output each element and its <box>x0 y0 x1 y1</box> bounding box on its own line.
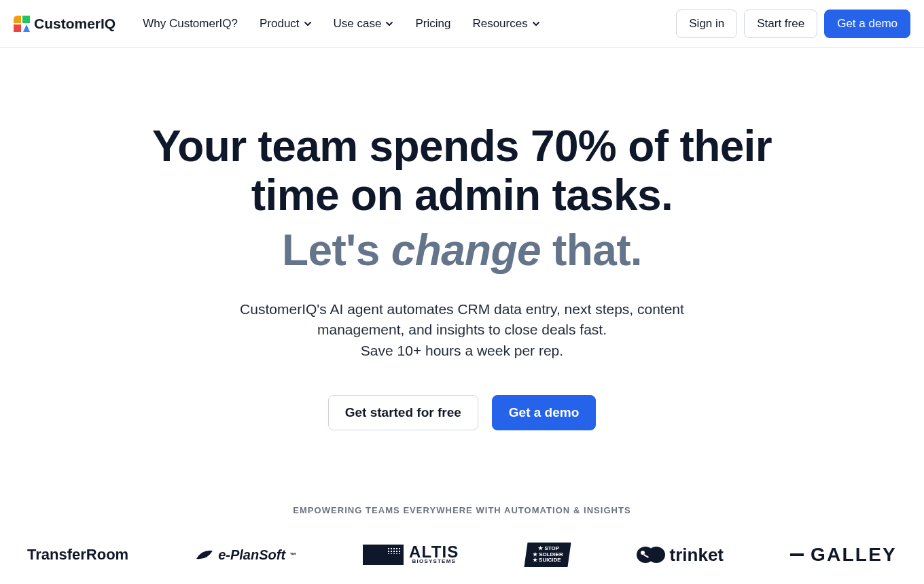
trademark-icon: ™ <box>289 551 296 559</box>
chevron-down-icon <box>304 20 312 28</box>
nav-label: Product <box>260 17 300 31</box>
subline-emphasis: change <box>391 226 541 275</box>
start-free-button[interactable]: Start free <box>744 10 817 38</box>
social-tagline: EMPOWERING TEAMS EVERYWHERE WITH AUTOMAT… <box>27 505 897 515</box>
client-logo-galley: GALLEY <box>790 544 897 566</box>
nav-label: Why CustomerIQ? <box>143 17 238 31</box>
altis-bars-icon <box>363 545 404 565</box>
client-logo-subtext: BIOSYSTEMS <box>409 560 459 564</box>
header-actions: Sign in Start free Get a demo <box>676 10 910 38</box>
client-logo-row: TransferRoom e-PlanSoft ™ ALTIS BIOSYSTE… <box>27 543 897 567</box>
get-demo-button[interactable]: Get a demo <box>824 10 910 38</box>
hero-subline: Let's change that. <box>27 226 897 274</box>
trinket-icon <box>636 546 666 564</box>
hero-section: Your team spends 70% of their time on ad… <box>0 48 924 485</box>
chevron-down-icon <box>532 20 540 28</box>
primary-nav: Why CustomerIQ? Product Use case Pricing… <box>143 17 540 31</box>
nav-usecase[interactable]: Use case <box>334 17 394 31</box>
leaf-icon <box>195 548 214 562</box>
client-logo-text: GALLEY <box>811 544 897 566</box>
dash-icon <box>790 553 804 556</box>
sss-badge-icon: ★ STOP★ SOLDIER★ SUICIDE <box>524 543 571 567</box>
nav-label: Pricing <box>415 17 450 31</box>
client-logo-transferroom: TransferRoom <box>27 546 128 564</box>
logo-text: CustomerIQ <box>34 16 116 32</box>
get-started-button[interactable]: Get started for free <box>328 395 478 430</box>
nav-resources[interactable]: Resources <box>472 17 539 31</box>
nav-product[interactable]: Product <box>260 17 312 31</box>
social-proof-section: EMPOWERING TEAMS EVERYWHERE WITH AUTOMAT… <box>0 485 924 584</box>
nav-label: Resources <box>472 17 527 31</box>
client-logo-trinket: trinket <box>636 545 724 566</box>
client-logo-text: trinket <box>670 545 724 566</box>
logo-link[interactable]: CustomerIQ <box>14 16 116 32</box>
subline-prefix: Let's <box>282 226 391 275</box>
hero-headline: Your team spends 70% of their time on ad… <box>122 122 802 220</box>
nav-label: Use case <box>334 17 382 31</box>
hero-description-1: CustomerIQ's AI agent automates CRM data… <box>211 299 713 341</box>
signin-button[interactable]: Sign in <box>676 10 737 38</box>
chevron-down-icon <box>385 20 393 28</box>
hero-description-2: Save 10+ hours a week per rep. <box>211 341 713 361</box>
client-logo-altis: ALTIS BIOSYSTEMS <box>363 545 459 565</box>
svg-point-1 <box>647 547 665 563</box>
client-logo-text: TransferRoom <box>27 546 128 564</box>
site-header: CustomerIQ Why CustomerIQ? Product Use c… <box>0 0 924 48</box>
client-logo-text: e-PlanSoft <box>218 547 285 563</box>
client-logo-sss: ★ STOP★ SOLDIER★ SUICIDE <box>526 543 569 567</box>
nav-why[interactable]: Why CustomerIQ? <box>143 17 238 31</box>
logo-icon <box>14 16 30 32</box>
client-logo-text: ALTIS <box>409 545 459 559</box>
nav-pricing[interactable]: Pricing <box>415 17 450 31</box>
client-logo-eplansoft: e-PlanSoft ™ <box>195 547 296 563</box>
hero-cta-row: Get started for free Get a demo <box>27 395 897 430</box>
subline-suffix: that. <box>541 226 642 275</box>
hero-demo-button[interactable]: Get a demo <box>492 395 596 430</box>
